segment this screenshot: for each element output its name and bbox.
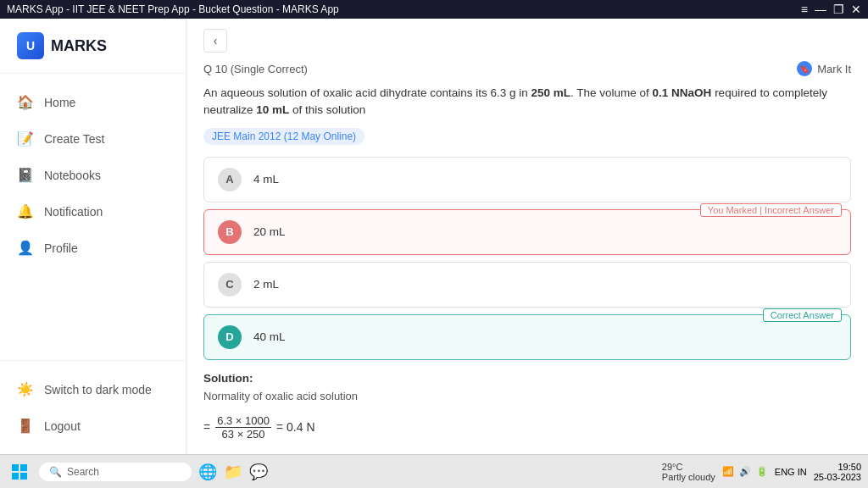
option-d-text: 40 mL	[253, 330, 286, 343]
options-list: A 4 mL You Marked | Incorrect Answer B 2…	[203, 157, 851, 360]
math-denominator: 63 × 250	[220, 428, 267, 441]
mark-it-label: Mark It	[817, 63, 851, 75]
weather-desc: Partly cloudy	[662, 472, 715, 482]
sidebar-item-label: Logout	[44, 419, 81, 433]
sidebar-item-notebooks[interactable]: 📓 Notebooks	[0, 157, 186, 193]
sidebar-item-profile[interactable]: 👤 Profile	[0, 230, 186, 266]
math-numerator: 6.3 × 1000	[215, 414, 271, 428]
temperature: 29°C	[662, 462, 683, 472]
sidebar-item-dark-mode[interactable]: ☀️ Switch to dark mode	[0, 371, 186, 408]
correct-answer-label: Correct Answer	[763, 308, 842, 322]
option-c-badge: C	[218, 273, 242, 297]
svg-rect-2	[12, 473, 19, 480]
window-title: MARKS App - IIT JEE & NEET Prep App - Bu…	[7, 3, 339, 15]
volume-icon: 🔊	[739, 466, 751, 477]
question-header: Q 10 (Single Correct) 🔖 Mark It	[203, 61, 851, 76]
taskbar: 🔍 Search 🌐 📁 💬 29°C Partly cloudy 📶 🔊 🔋 …	[0, 454, 868, 488]
svg-rect-1	[20, 464, 27, 471]
home-icon: 🏠	[17, 94, 34, 110]
question-text: An aqueous solution of oxalic acid dihyd…	[203, 85, 851, 119]
sidebar-item-label: Profile	[44, 241, 78, 255]
option-c-text: 2 mL	[253, 278, 279, 291]
wifi-icon: 📶	[722, 466, 734, 477]
sidebar: U MARKS 🏠 Home 📝 Create Test 📓 Notebooks…	[0, 19, 186, 454]
sidebar-item-label: Home	[44, 96, 75, 109]
start-button[interactable]	[7, 459, 32, 485]
sidebar-item-notification[interactable]: 🔔 Notification	[0, 193, 186, 230]
logo-text: MARKS	[51, 37, 107, 55]
option-d[interactable]: Correct Answer D 40 mL	[203, 314, 851, 360]
taskbar-app-icon-1[interactable]: 🌐	[198, 463, 217, 481]
question-type: Q 10 (Single Correct)	[203, 63, 308, 75]
taskbar-left: 🔍 Search 🌐 📁 💬	[7, 459, 268, 485]
dark-mode-icon: ☀️	[17, 381, 34, 397]
sidebar-item-label: Notification	[44, 205, 103, 219]
notification-icon: 🔔	[17, 203, 34, 219]
close-icon[interactable]: ✕	[851, 3, 861, 16]
sidebar-item-create-test[interactable]: 📝 Create Test	[0, 120, 186, 157]
option-a[interactable]: A 4 mL	[203, 157, 851, 202]
question-tag: JEE Main 2012 (12 May Online)	[203, 128, 364, 145]
search-placeholder: Search	[67, 466, 99, 478]
taskbar-app-icon-3[interactable]: 💬	[249, 463, 268, 481]
option-c[interactable]: C 2 mL	[203, 262, 851, 308]
taskbar-app-icon-2[interactable]: 📁	[224, 463, 242, 481]
create-test-icon: 📝	[17, 130, 34, 147]
mark-icon: 🔖	[797, 61, 812, 76]
sidebar-nav: 🏠 Home 📝 Create Test 📓 Notebooks 🔔 Notif…	[0, 74, 186, 360]
title-bar: MARKS App - IIT JEE & NEET Prep App - Bu…	[0, 0, 868, 19]
option-d-badge: D	[218, 325, 242, 349]
option-b-text: 20 mL	[253, 225, 286, 238]
solution-section: Solution: Normality of oxalic acid solut…	[203, 372, 851, 446]
taskbar-search[interactable]: 🔍 Search	[39, 463, 192, 481]
app-body: U MARKS 🏠 Home 📝 Create Test 📓 Notebooks…	[0, 19, 868, 454]
sidebar-logo: U MARKS	[0, 19, 186, 74]
sidebar-bottom: ☀️ Switch to dark mode 🚪 Logout	[0, 360, 186, 454]
option-a-text: 4 mL	[253, 173, 279, 186]
windows-icon	[11, 463, 28, 480]
restore-icon[interactable]: ❐	[833, 3, 844, 16]
math-prefix: =	[203, 420, 210, 434]
battery-icon: 🔋	[756, 466, 768, 477]
math-suffix: = 0.4 N	[276, 420, 315, 434]
taskbar-right: 29°C Partly cloudy 📶 🔊 🔋 ENG IN 19:50 25…	[662, 462, 861, 482]
sidebar-item-home[interactable]: 🏠 Home	[0, 84, 186, 120]
clock: 19:50	[814, 462, 861, 472]
sidebar-item-label: Notebooks	[44, 169, 101, 182]
svg-rect-3	[20, 473, 27, 480]
main-content: ‹ Q 10 (Single Correct) 🔖 Mark It An aqu…	[186, 19, 868, 454]
date: 25-03-2023	[814, 472, 861, 482]
solution-math: = 6.3 × 1000 63 × 250 = 0.4 N	[203, 409, 851, 446]
window-controls: ≡ — ❐ ✕	[801, 3, 861, 16]
option-b-badge: B	[218, 220, 242, 244]
content-wrapper: ‹ Q 10 (Single Correct) 🔖 Mark It An aqu…	[186, 19, 868, 454]
option-b[interactable]: You Marked | Incorrect Answer B 20 mL	[203, 209, 851, 255]
system-tray: 📶 🔊 🔋	[722, 466, 768, 477]
sidebar-item-label: Switch to dark mode	[44, 383, 152, 396]
weather-info: 29°C Partly cloudy	[662, 462, 715, 482]
prev-question-button[interactable]: ‹	[203, 29, 227, 53]
you-marked-label: You Marked | Incorrect Answer	[700, 203, 842, 217]
math-fraction: 6.3 × 1000 63 × 250	[215, 414, 271, 441]
notebooks-icon: 📓	[17, 167, 34, 183]
logout-icon: 🚪	[17, 418, 34, 434]
mark-it-button[interactable]: 🔖 Mark It	[797, 61, 851, 76]
time-info: 19:50 25-03-2023	[814, 462, 861, 482]
logo-icon: U	[17, 32, 44, 59]
menu-icon[interactable]: ≡	[801, 3, 808, 16]
language: ENG IN	[775, 467, 807, 477]
sidebar-item-logout[interactable]: 🚪 Logout	[0, 408, 186, 444]
solution-title: Solution:	[203, 372, 851, 385]
option-a-badge: A	[218, 168, 242, 191]
svg-rect-0	[12, 464, 19, 471]
search-icon: 🔍	[49, 466, 62, 478]
profile-icon: 👤	[17, 240, 34, 256]
minimize-icon[interactable]: —	[815, 3, 826, 16]
sidebar-item-label: Create Test	[44, 132, 104, 146]
solution-text: Normality of oxalic acid solution	[203, 390, 851, 402]
